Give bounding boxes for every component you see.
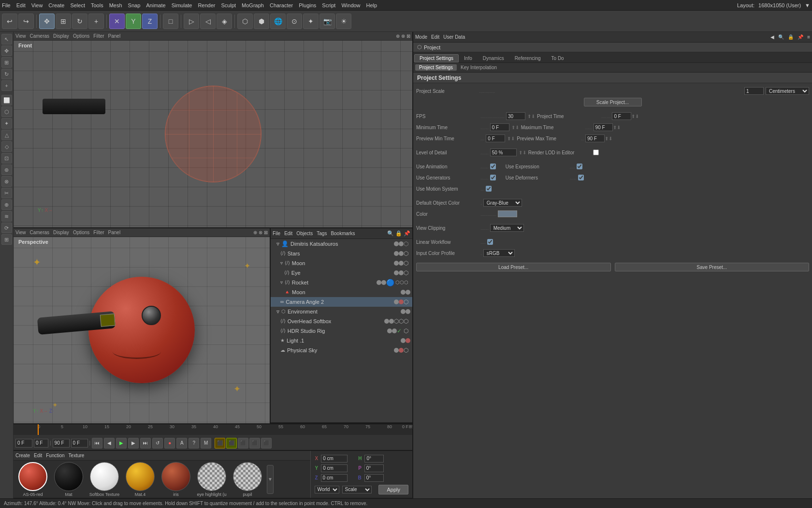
tl-key1[interactable]: ⬛: [215, 438, 225, 448]
obj-softbox-tag[interactable]: ⬡⬡⬡: [394, 318, 408, 325]
obj-row-rocket[interactable]: ▿ ⟨/⟩ Rocket 🔵 ⬡⬡⬡: [271, 278, 412, 287]
mat-function[interactable]: Function: [46, 453, 64, 458]
obj-rocket-tag-1[interactable]: 🔵: [386, 279, 394, 286]
vp-persp-icon-2[interactable]: ⊗: [259, 230, 262, 235]
tl-key5[interactable]: ⬛: [261, 438, 272, 448]
save-preset-button[interactable]: Save Preset...: [615, 263, 810, 271]
mat-edit[interactable]: Edit: [34, 453, 42, 458]
obj-file[interactable]: File: [273, 231, 280, 236]
play-fw[interactable]: ▷: [184, 14, 199, 29]
vp-persp-filter[interactable]: Filter: [93, 230, 104, 235]
obj-rocket-dot-2[interactable]: [381, 280, 386, 285]
lod-arrows[interactable]: ⬆⬇: [519, 150, 526, 155]
x-axis-btn[interactable]: ✕: [109, 14, 125, 29]
obj-cam-tag[interactable]: ⬡: [404, 299, 408, 305]
vp-front-options[interactable]: Options: [73, 33, 89, 39]
attr-select-view-clip[interactable]: MediumSmallLarge: [490, 224, 524, 232]
attr-more-icon[interactable]: ≡: [807, 34, 810, 40]
load-preset-button[interactable]: Load Preset...: [416, 263, 611, 271]
attr-edit[interactable]: Edit: [431, 34, 439, 40]
obj-row-cam[interactable]: ∞ Camera Angle 2 ⬡: [271, 297, 412, 307]
attr-check-use-expr[interactable]: [577, 164, 582, 169]
tool-add[interactable]: +: [1, 80, 12, 91]
vp-front-icon-3[interactable]: ⊠: [406, 33, 410, 39]
tool-select[interactable]: ↖: [1, 34, 12, 45]
attr-userdata[interactable]: User Data: [443, 34, 465, 40]
obj-eye-dot-1[interactable]: [394, 270, 399, 275]
menu-mesh[interactable]: Mesh: [109, 2, 122, 8]
z-axis-btn[interactable]: Z: [142, 14, 158, 29]
attr-pin-icon[interactable]: 📌: [798, 34, 803, 40]
end-frame-input[interactable]: [53, 439, 70, 448]
obj-eye-dot-3[interactable]: ⬡: [404, 269, 408, 276]
tool-4[interactable]: △: [1, 130, 12, 140]
vp-front-icon-1[interactable]: ⊕: [396, 33, 400, 39]
tl-key4[interactable]: ⬛: [249, 438, 260, 448]
attr-arrow[interactable]: ◀: [770, 34, 774, 40]
vp-persp-view[interactable]: View: [15, 230, 26, 235]
tab-todo[interactable]: To Do: [546, 54, 569, 62]
obj-physsky-dot-1[interactable]: [394, 348, 399, 353]
obj-dot-2[interactable]: [399, 241, 404, 246]
obj-moon-dot-3[interactable]: ⬡: [404, 260, 408, 267]
tl-prev-frame[interactable]: ◀: [104, 438, 115, 448]
tool-8[interactable]: ⊗: [1, 176, 12, 187]
vp-front-display[interactable]: Display: [53, 33, 69, 39]
menu-sculpt[interactable]: Sculpt: [221, 2, 236, 8]
attr-check-use-def[interactable]: [578, 175, 584, 180]
tool-10[interactable]: ⊕: [1, 199, 12, 210]
tool-3[interactable]: ✦: [1, 118, 12, 129]
mxt-arrows[interactable]: ⬆⬇: [613, 125, 621, 130]
obj-row-root[interactable]: ▿ 👤 Dimitris Katsafouros ⬡: [271, 239, 412, 249]
tool-6[interactable]: ⊡: [1, 153, 12, 164]
mat-item-red[interactable]: AS-05-red: [16, 462, 49, 497]
coord-x[interactable]: [321, 455, 348, 463]
obj-rocket-dot-1[interactable]: [377, 280, 381, 285]
tool-2[interactable]: ⬡: [1, 106, 12, 117]
tool-7[interactable]: ⊛: [1, 164, 12, 175]
attr-search-icon[interactable]: 🔍: [778, 34, 784, 40]
coord-space[interactable]: WorldObject: [315, 486, 339, 493]
obj-row-moon2[interactable]: 🔺 Moon: [271, 287, 412, 297]
vp-persp-options[interactable]: Options: [73, 230, 89, 235]
attr-input-fps[interactable]: [506, 112, 525, 120]
obj-tags[interactable]: Tags: [317, 231, 327, 236]
vp-front-icon-2[interactable]: ⊗: [401, 33, 405, 39]
obj-physsky-dot-2[interactable]: [399, 348, 404, 353]
menu-view[interactable]: View: [31, 2, 43, 8]
obj-row-softbox[interactable]: ⟨/⟩ OverHead Softbox ⬡⬡⬡: [271, 316, 412, 326]
obj-light1-dot-1[interactable]: [401, 338, 406, 343]
tab-project-settings[interactable]: Project Settings: [414, 54, 459, 62]
tl-key2[interactable]: ⬛: [226, 438, 237, 448]
obj-cam-dot-2[interactable]: [399, 299, 404, 304]
box-tool[interactable]: □: [163, 14, 178, 29]
viewport-front[interactable]: View Cameras Display Options Filter Pane…: [14, 32, 412, 227]
scale-project-button[interactable]: Scale Project...: [584, 98, 642, 106]
obj-star-dot-1[interactable]: [394, 251, 399, 256]
obj-objects[interactable]: Objects: [296, 231, 313, 236]
menu-snap[interactable]: Snap: [128, 2, 141, 8]
obj-softbox-dot-1[interactable]: [384, 319, 389, 324]
tl-go-end[interactable]: ⏭: [140, 438, 151, 448]
keyframe[interactable]: ◈: [217, 14, 232, 29]
tl-loop[interactable]: ↺: [152, 438, 163, 448]
vp-front-cameras[interactable]: Cameras: [30, 33, 50, 39]
attr-check-render-lod[interactable]: [593, 149, 599, 155]
apply-button[interactable]: Apply: [378, 485, 408, 494]
attr-check-use-gen[interactable]: [490, 175, 496, 180]
timeline-ruler[interactable]: 0 5 10 15 20 25 30 35 40 45 50 55 60 65 …: [14, 424, 412, 435]
layout-arrow[interactable]: ▼: [805, 2, 810, 8]
attr-input-min-time[interactable]: [490, 123, 509, 131]
obj-dot-1[interactable]: [394, 241, 399, 246]
current-frame-input[interactable]: [15, 439, 32, 448]
menu-window[interactable]: Window: [341, 2, 360, 8]
obj-star-dot-3[interactable]: ⬡: [404, 250, 408, 257]
tl-mem[interactable]: M: [201, 438, 211, 448]
obj-dot-3[interactable]: ⬡: [404, 240, 408, 247]
obj-row-eye[interactable]: ⟨/⟩ Eye ⬡: [271, 268, 412, 278]
obj-env-dot-2[interactable]: [406, 309, 410, 314]
obj-moon-dot-2[interactable]: [399, 261, 404, 266]
mat-item-mat[interactable]: Mat: [52, 462, 85, 497]
obj-cam-dot-1[interactable]: [394, 299, 399, 304]
obj-lock-icon[interactable]: 🔒: [395, 230, 402, 237]
